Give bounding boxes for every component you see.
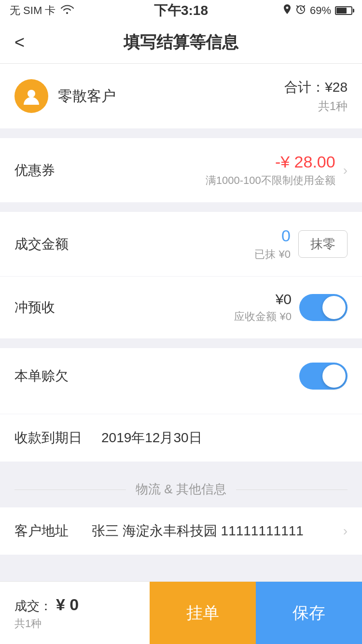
coupon-row[interactable]: 优惠券 -¥ 28.00 满1000-100不限制使用金额 › [0, 138, 362, 202]
bottom-deal-amount: ¥ 0 [56, 595, 79, 614]
due-date-label: 收款到期日 [14, 429, 82, 447]
prepay-row: 冲预收 ¥0 应收金额 ¥0 [0, 277, 362, 338]
coupon-value: -¥ 28.00 满1000-100不限制使用金额 [206, 153, 335, 188]
page-title: 填写结算等信息 [124, 31, 238, 54]
location-icon [283, 4, 292, 17]
save-button[interactable]: 保存 [256, 582, 362, 644]
logistics-divider: 物流 & 其他信息 [0, 471, 362, 507]
coupon-label: 优惠券 [14, 161, 82, 180]
deal-amount-label: 成交金额 [14, 235, 82, 253]
coupon-chevron-right-icon: › [343, 163, 348, 178]
hold-button[interactable]: 挂单 [150, 582, 256, 644]
carrier-label: 无 SIM 卡 [10, 3, 56, 18]
round-button[interactable]: 抹零 [298, 230, 348, 258]
customer-count: 共1种 [284, 98, 348, 114]
prepay-label: 冲预收 [14, 298, 82, 317]
svg-point-1 [28, 90, 35, 98]
battery-percent: 69% [310, 4, 331, 17]
back-button[interactable]: < [14, 28, 34, 57]
prepay-sub: 应收金额 ¥0 [234, 309, 292, 324]
address-row[interactable]: 客户地址 张三 海淀永丰科技园 11111111111 › [0, 507, 362, 555]
debit-toggle[interactable] [299, 363, 348, 390]
customer-total: 合计：¥28 [284, 78, 348, 97]
prepay-amount: ¥0 [234, 291, 292, 308]
bottom-deal-label: 成交： [14, 598, 52, 615]
deal-amount-right: 0 已抹 ¥0 抹零 [254, 226, 348, 262]
deal-amount-value[interactable]: 0 [254, 226, 291, 245]
prepay-toggle-knob [322, 296, 346, 319]
avatar [14, 79, 48, 113]
bottom-bar: 成交： ¥ 0 共1种 挂单 保存 [0, 581, 362, 644]
status-bar-right: 69% [283, 4, 352, 17]
status-bar: 无 SIM 卡 下午3:18 69% [0, 0, 362, 21]
prepay-right: ¥0 应收金额 ¥0 [234, 291, 348, 324]
battery-icon [335, 6, 352, 15]
coupon-amount: -¥ 28.00 [206, 153, 335, 171]
status-bar-left: 无 SIM 卡 [10, 3, 74, 18]
deal-amount-row: 成交金额 0 已抹 ¥0 抹零 [0, 212, 362, 277]
deal-amount-sub: 已抹 ¥0 [254, 247, 291, 262]
coupon-value-right: -¥ 28.00 满1000-100不限制使用金额 › [206, 153, 348, 188]
debit-label: 本单赊欠 [14, 367, 82, 385]
coupon-section: 优惠券 -¥ 28.00 满1000-100不限制使用金额 › [0, 138, 362, 202]
alarm-icon [295, 4, 306, 17]
due-date-row[interactable]: 收款到期日 2019年12月30日 [0, 414, 362, 462]
wifi-icon [60, 4, 74, 17]
debit-section: 本单赊欠 收款到期日 2019年12月30日 [0, 348, 362, 462]
customer-summary: 合计：¥28 共1种 [284, 78, 348, 114]
nav-bar: < 填写结算等信息 [0, 21, 362, 64]
bottom-summary: 成交： ¥ 0 共1种 [0, 595, 150, 631]
prepay-toggle[interactable] [299, 294, 348, 321]
customer-left: 零散客户 [14, 79, 116, 113]
prepay-value-wrap: ¥0 应收金额 ¥0 [234, 291, 292, 324]
status-bar-time: 下午3:18 [154, 1, 208, 20]
bottom-deal-count: 共1种 [14, 616, 135, 631]
address-label: 客户地址 [14, 522, 72, 540]
amount-section: 成交金额 0 已抹 ¥0 抹零 冲预收 ¥0 应收金额 ¥0 [0, 212, 362, 338]
logistics-label: 物流 & 其他信息 [126, 481, 236, 498]
debit-row: 本单赊欠 [0, 348, 362, 404]
debit-toggle-knob [322, 364, 346, 388]
address-chevron-right-icon: › [343, 523, 348, 539]
deal-amount-value-wrap: 0 已抹 ¥0 [254, 226, 291, 262]
content: 零散客户 合计：¥28 共1种 优惠券 -¥ 28.00 满1000-100不限… [0, 64, 362, 622]
address-value: 张三 海淀永丰科技园 11111111111 [92, 522, 343, 540]
customer-row: 零散客户 合计：¥28 共1种 [0, 64, 362, 128]
coupon-desc: 满1000-100不限制使用金额 [206, 173, 335, 188]
customer-name: 零散客户 [58, 86, 116, 106]
due-date-value: 2019年12月30日 [101, 429, 202, 447]
